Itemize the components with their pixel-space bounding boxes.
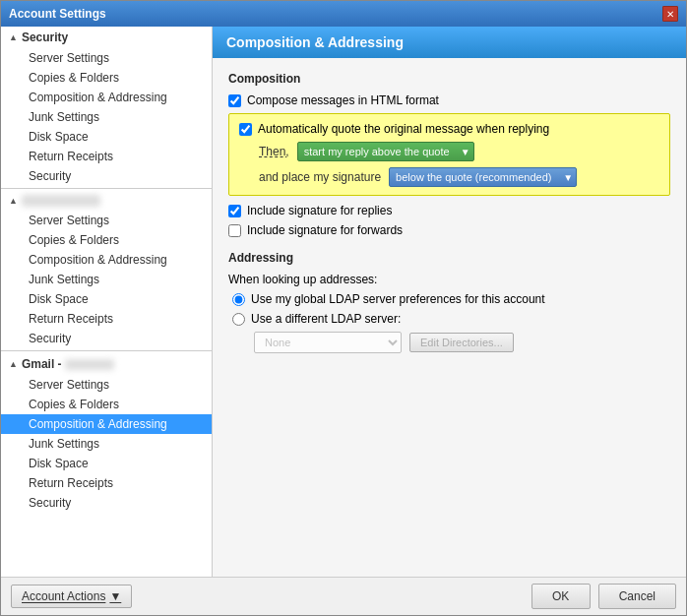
sidebar-item-s3-security[interactable]: Security bbox=[1, 493, 212, 513]
account-actions-label: Account Actions bbox=[22, 589, 105, 603]
sidebar-item-s3-comp[interactable]: Composition & Addressing bbox=[1, 414, 212, 434]
reply-position-wrapper: start my reply above the quote start my … bbox=[297, 142, 474, 161]
sidebar-item-s1-server[interactable]: Server Settings bbox=[1, 48, 212, 68]
account-actions-arrow: ▼ bbox=[109, 589, 121, 603]
section1-arrow: ▲ bbox=[9, 32, 18, 42]
section3-arrow: ▲ bbox=[9, 359, 18, 369]
highlight-box: Automatically quote the original message… bbox=[228, 113, 670, 196]
sidebar-item-s2-copies[interactable]: Copies & Folders bbox=[1, 230, 212, 250]
sidebar-item-s3-disk[interactable]: Disk Space bbox=[1, 454, 212, 473]
composition-title: Composition bbox=[228, 72, 670, 86]
dialog-buttons: OK Cancel bbox=[531, 584, 676, 609]
window-title: Account Settings bbox=[9, 7, 106, 21]
sidebar-item-s1-receipts[interactable]: Return Receipts bbox=[1, 147, 212, 166]
sidebar: ▲ Security Server Settings Copies & Fold… bbox=[1, 27, 213, 577]
ok-button[interactable]: OK bbox=[531, 584, 591, 609]
sidebar-section-1[interactable]: ▲ Security bbox=[1, 27, 212, 48]
reply-position-select[interactable]: start my reply above the quote start my … bbox=[297, 142, 474, 161]
html-format-row: Compose messages in HTML format bbox=[228, 93, 670, 107]
ldap-directory-select[interactable]: None bbox=[254, 332, 402, 353]
sidebar-item-s3-receipts[interactable]: Return Receipts bbox=[1, 473, 212, 493]
include-sig-forwards-row: Include signature for forwards bbox=[228, 223, 670, 237]
include-sig-forwards-label: Include signature for forwards bbox=[247, 223, 403, 237]
sidebar-divider-1 bbox=[1, 188, 212, 189]
sidebar-item-s1-disk[interactable]: Disk Space bbox=[1, 127, 212, 147]
sidebar-item-s2-receipts[interactable]: Return Receipts bbox=[1, 309, 212, 329]
sig-label: and place my signature bbox=[259, 170, 381, 184]
then-label: Then, bbox=[259, 145, 289, 158]
section2-arrow: ▲ bbox=[9, 196, 18, 206]
sig-position-wrapper: below the quote (recommended) above the … bbox=[389, 167, 577, 187]
account-actions-button[interactable]: Account Actions ▼ bbox=[11, 585, 132, 608]
sidebar-item-s3-junk[interactable]: Junk Settings bbox=[1, 434, 212, 454]
right-panel: Composition & Addressing Composition Com… bbox=[213, 27, 686, 577]
include-sig-replies-checkbox[interactable] bbox=[228, 205, 241, 217]
include-sig-replies-row: Include signature for replies bbox=[228, 204, 670, 217]
sidebar-item-s2-disk[interactable]: Disk Space bbox=[1, 289, 212, 309]
sidebar-item-s2-security[interactable]: Security bbox=[1, 329, 212, 348]
sidebar-item-s2-junk[interactable]: Junk Settings bbox=[1, 270, 212, 289]
section2-label bbox=[22, 195, 100, 207]
include-sig-forwards-checkbox[interactable] bbox=[228, 224, 241, 237]
ldap-select-row: None Edit Directories... bbox=[232, 332, 670, 353]
different-ldap-label: Use a different LDAP server: bbox=[251, 312, 401, 326]
sidebar-section-2[interactable]: ▲ bbox=[1, 191, 212, 211]
account-settings-window: Account Settings ✕ ▲ Security Server Set… bbox=[0, 0, 687, 616]
close-button[interactable]: ✕ bbox=[662, 6, 678, 22]
sidebar-section-3[interactable]: ▲ Gmail - bbox=[1, 353, 212, 375]
cancel-button[interactable]: Cancel bbox=[598, 584, 676, 609]
html-format-label: Compose messages in HTML format bbox=[247, 93, 439, 107]
different-ldap-row: Use a different LDAP server: bbox=[232, 312, 670, 326]
edit-directories-button[interactable]: Edit Directories... bbox=[409, 333, 514, 352]
sidebar-item-s3-server[interactable]: Server Settings bbox=[1, 375, 212, 395]
bottom-bar: Account Actions ▼ OK Cancel bbox=[1, 577, 686, 615]
sidebar-divider-2 bbox=[1, 350, 212, 351]
sidebar-item-s1-copies[interactable]: Copies & Folders bbox=[1, 68, 212, 88]
sidebar-item-s1-comp[interactable]: Composition & Addressing bbox=[1, 88, 212, 107]
global-ldap-radio[interactable] bbox=[232, 293, 245, 306]
sidebar-item-s3-copies[interactable]: Copies & Folders bbox=[1, 395, 212, 414]
title-bar: Account Settings ✕ bbox=[1, 1, 686, 27]
global-ldap-label: Use my global LDAP server preferences fo… bbox=[251, 292, 545, 306]
include-sig-replies-label: Include signature for replies bbox=[247, 204, 392, 217]
html-format-checkbox[interactable] bbox=[228, 94, 241, 107]
panel-body: Composition Compose messages in HTML for… bbox=[213, 58, 686, 577]
addressing-section: Addressing When looking up addresses: Us… bbox=[228, 251, 670, 353]
auto-quote-row: Automatically quote the original message… bbox=[239, 122, 659, 136]
auto-quote-checkbox[interactable] bbox=[239, 123, 252, 136]
sidebar-item-s2-server[interactable]: Server Settings bbox=[1, 211, 212, 230]
sig-position-select[interactable]: below the quote (recommended) above the … bbox=[389, 167, 577, 187]
main-content: ▲ Security Server Settings Copies & Fold… bbox=[1, 27, 686, 577]
global-ldap-row: Use my global LDAP server preferences fo… bbox=[232, 292, 670, 306]
panel-header: Composition & Addressing bbox=[213, 27, 686, 58]
sidebar-item-s2-comp[interactable]: Composition & Addressing bbox=[1, 250, 212, 270]
sidebar-item-s1-security[interactable]: Security bbox=[1, 166, 212, 186]
auto-quote-label: Automatically quote the original message… bbox=[258, 122, 549, 136]
different-ldap-radio[interactable] bbox=[232, 313, 245, 326]
radio-group: Use my global LDAP server preferences fo… bbox=[228, 292, 670, 353]
section3-label: Gmail - bbox=[22, 357, 114, 371]
sig-row: and place my signature below the quote (… bbox=[239, 167, 659, 187]
sidebar-item-s1-junk[interactable]: Junk Settings bbox=[1, 107, 212, 127]
section1-label: Security bbox=[22, 31, 68, 44]
lookup-label: When looking up addresses: bbox=[228, 273, 670, 286]
then-row: Then, start my reply above the quote sta… bbox=[239, 142, 659, 161]
addressing-title: Addressing bbox=[228, 251, 670, 265]
